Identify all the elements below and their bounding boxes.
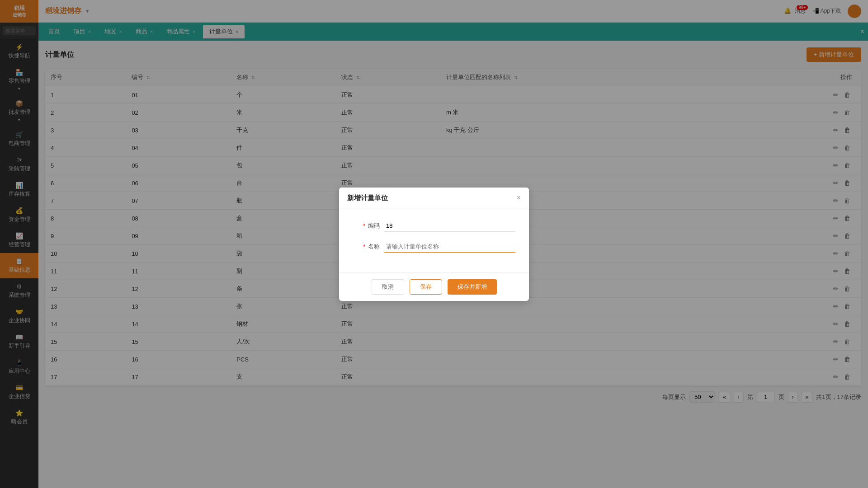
modal-overlay[interactable]: 新增计量单位 × * 编码 * 名称 取消 保存 保存并新增 <box>0 0 868 488</box>
form-row-code: * 编码 <box>353 220 515 232</box>
required-star: * <box>363 222 365 229</box>
cancel-button[interactable]: 取消 <box>372 279 404 295</box>
form-row-name: * 名称 <box>353 241 515 253</box>
modal-footer: 取消 保存 保存并新增 <box>339 272 529 301</box>
code-label: * 编码 <box>353 222 380 230</box>
modal-close-button[interactable]: × <box>517 194 521 202</box>
required-star-2: * <box>363 243 365 250</box>
name-input[interactable] <box>384 241 515 253</box>
add-unit-modal: 新增计量单位 × * 编码 * 名称 取消 保存 保存并新增 <box>339 188 529 301</box>
code-input[interactable] <box>384 220 515 232</box>
modal-body: * 编码 * 名称 <box>339 209 529 272</box>
modal-header: 新增计量单位 × <box>339 188 529 209</box>
save-button[interactable]: 保存 <box>410 279 442 295</box>
modal-title: 新增计量单位 <box>347 194 388 202</box>
save-and-new-button[interactable]: 保存并新增 <box>448 279 497 295</box>
name-label: * 名称 <box>353 243 380 251</box>
